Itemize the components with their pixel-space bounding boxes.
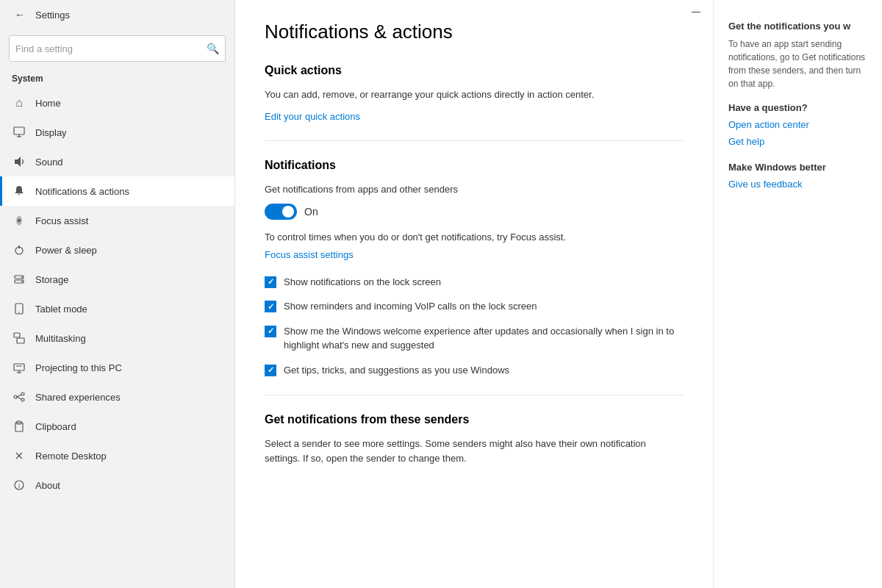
focus-assist-settings-link[interactable]: Focus assist settings — [265, 249, 684, 260]
sidebar-item-remote[interactable]: Remote Desktop — [0, 441, 234, 470]
notifications-toggle[interactable] — [265, 204, 297, 220]
sidebar-item-label: About — [35, 480, 60, 491]
get-notifications-label: Get notifications from apps and other se… — [265, 182, 684, 197]
sound-icon — [12, 154, 26, 169]
senders-desc: Select a sender to see more settings. So… — [265, 437, 684, 465]
right-make-better: Make Windows better Give us feedback — [728, 162, 867, 190]
home-icon: ⌂ — [12, 96, 26, 110]
checkbox-row-voip: ✓ Show reminders and incoming VoIP calls… — [265, 299, 684, 314]
focus-icon — [12, 213, 26, 228]
sidebar: ← Settings 🔍 System ⌂ Home Display Sound — [0, 0, 235, 588]
checkbox-voip-label: Show reminders and incoming VoIP calls o… — [284, 299, 537, 314]
checkbox-lockscreen-label: Show notifications on the lock screen — [284, 275, 441, 290]
sidebar-item-home[interactable]: ⌂ Home — [0, 88, 234, 118]
right-question-title: Have a question? — [728, 102, 867, 113]
focus-note: To control times when you do or don't ge… — [265, 230, 684, 245]
svg-line-22 — [17, 395, 21, 397]
svg-rect-15 — [14, 364, 24, 370]
sidebar-item-label: Power & sleep — [35, 245, 97, 256]
right-get-notif: Get the notifications you w To have an a… — [728, 21, 867, 90]
checkbox-welcome-label: Show me the Windows welcome experience a… — [284, 324, 684, 353]
main-content: — Notifications & actions Quick actions … — [235, 0, 713, 588]
search-icon: 🔍 — [207, 43, 219, 54]
notifications-icon — [12, 184, 26, 198]
right-get-notif-title: Get the notifications you w — [728, 21, 867, 32]
sidebar-item-label: Tablet mode — [35, 304, 87, 315]
checkbox-row-tips: ✓ Get tips, tricks, and suggestions as y… — [265, 363, 684, 378]
sidebar-item-label: Multitasking — [35, 333, 86, 344]
sidebar-item-label: Sound — [35, 157, 63, 168]
app-title: Settings — [35, 10, 70, 21]
sidebar-item-shared[interactable]: Shared experiences — [0, 382, 234, 412]
sidebar-item-about[interactable]: i About — [0, 470, 234, 500]
right-panel: Get the notifications you w To have an a… — [713, 0, 882, 588]
checkbox-tips[interactable]: ✓ — [265, 365, 276, 376]
quick-actions-desc: You can add, remove, or rearrange your q… — [265, 87, 684, 102]
svg-point-12 — [18, 312, 20, 313]
divider-1 — [265, 140, 684, 141]
svg-marker-3 — [15, 157, 21, 167]
svg-rect-0 — [14, 127, 24, 135]
minimize-button[interactable]: — — [679, 0, 713, 24]
nav-list: ⌂ Home Display Sound Notifications & act… — [0, 88, 234, 588]
svg-point-4 — [18, 219, 21, 222]
sidebar-item-clipboard[interactable]: Clipboard — [0, 412, 234, 441]
svg-line-23 — [17, 397, 21, 399]
edit-quick-actions-link[interactable]: Edit your quick actions — [265, 111, 360, 122]
sidebar-item-power[interactable]: Power & sleep — [0, 235, 234, 265]
right-question: Have a question? Open action center Get … — [728, 102, 867, 147]
sidebar-item-label: Display — [35, 127, 67, 138]
svg-point-10 — [21, 281, 23, 282]
svg-text:i: i — [18, 482, 20, 490]
toggle-knob — [282, 206, 294, 218]
checkbox-voip[interactable]: ✓ — [265, 301, 276, 312]
sidebar-item-label: Clipboard — [35, 421, 76, 432]
sidebar-item-notifications[interactable]: Notifications & actions — [0, 176, 234, 206]
titlebar: ← Settings — [0, 0, 234, 29]
sidebar-item-sound[interactable]: Sound — [0, 147, 234, 176]
sidebar-item-storage[interactable]: Storage — [0, 265, 234, 294]
tablet-icon — [12, 301, 26, 316]
sidebar-item-tablet[interactable]: Tablet mode — [0, 294, 234, 323]
right-make-better-title: Make Windows better — [728, 162, 867, 173]
sidebar-item-label: Home — [35, 98, 61, 109]
sidebar-item-label: Shared experiences — [35, 392, 121, 403]
page-title: Notifications & actions — [265, 21, 684, 43]
svg-point-20 — [21, 392, 24, 395]
checkbox-welcome[interactable]: ✓ — [265, 326, 276, 337]
checkbox-tips-label: Get tips, tricks, and suggestions as you… — [284, 363, 509, 378]
search-input[interactable] — [15, 43, 207, 54]
checkbox-row-welcome: ✓ Show me the Windows welcome experience… — [265, 324, 684, 353]
svg-rect-14 — [17, 338, 24, 343]
search-box[interactable]: 🔍 — [9, 35, 226, 62]
svg-point-21 — [21, 398, 24, 401]
give-feedback-link[interactable]: Give us feedback — [728, 179, 867, 190]
sidebar-item-display[interactable]: Display — [0, 118, 234, 147]
back-button[interactable]: ← — [9, 4, 31, 26]
sidebar-item-multitasking[interactable]: Multitasking — [0, 323, 234, 353]
multitasking-icon — [12, 331, 26, 345]
checkbox-row-lockscreen: ✓ Show notifications on the lock screen — [265, 275, 684, 290]
open-action-center-link[interactable]: Open action center — [728, 119, 867, 130]
sidebar-item-label: Remote Desktop — [35, 451, 107, 462]
senders-section: Get notifications from these senders Sel… — [265, 413, 684, 465]
get-help-link[interactable]: Get help — [728, 136, 867, 147]
projecting-icon — [12, 360, 26, 375]
display-icon — [12, 125, 26, 140]
svg-rect-13 — [14, 333, 20, 337]
clipboard-icon — [12, 419, 26, 434]
quick-actions-section: Quick actions You can add, remove, or re… — [265, 64, 684, 123]
senders-heading: Get notifications from these senders — [265, 413, 684, 426]
checkbox-lockscreen[interactable]: ✓ — [265, 276, 276, 288]
right-get-notif-desc: To have an app start sending notificatio… — [728, 37, 867, 90]
system-section-label: System — [0, 68, 234, 88]
notifications-toggle-row: On — [265, 204, 684, 220]
shared-icon — [12, 390, 26, 404]
sidebar-item-projecting[interactable]: Projecting to this PC — [0, 353, 234, 382]
power-icon — [12, 243, 26, 257]
quick-actions-heading: Quick actions — [265, 64, 684, 77]
sidebar-item-label: Storage — [35, 274, 69, 285]
divider-2 — [265, 395, 684, 395]
sidebar-item-focus[interactable]: Focus assist — [0, 206, 234, 235]
notifications-section: Notifications Get notifications from app… — [265, 159, 684, 378]
